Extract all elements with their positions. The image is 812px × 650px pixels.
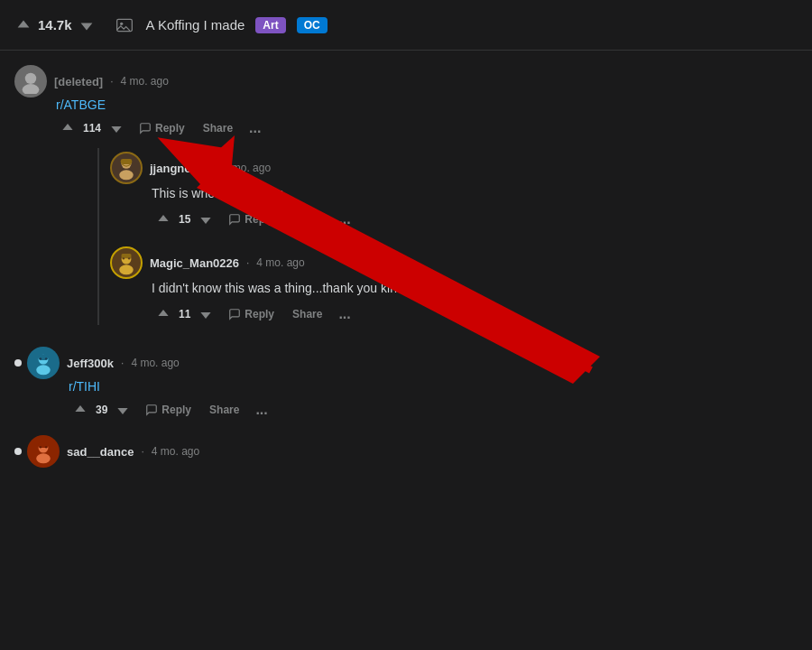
reply-1-reply-btn[interactable]: Reply — [221, 209, 281, 229]
avatar-deleted — [14, 65, 47, 98]
comment-3-header: sad__dance · 4 mo. ago — [27, 435, 798, 468]
reply-1-more-btn[interactable]: ... — [333, 209, 355, 230]
header-bar: 14.7k A Koffing I made Art OC — [0, 0, 812, 51]
avatar-jeff — [27, 347, 60, 379]
comment-2-timestamp: 4 mo. ago — [131, 357, 179, 369]
nested-comment-1: jjangnoah · 4 mo. ago This is where it b… — [110, 148, 798, 230]
username-sad-dance[interactable]: sad__dance — [67, 445, 134, 459]
comment-3-timestamp: 4 mo. ago — [152, 445, 199, 458]
svg-point-19 — [36, 453, 51, 463]
reply-2-share-btn[interactable]: Share — [285, 304, 329, 324]
comment-block-2: Jeff300k · 4 mo. ago r/TIHI 39 — [14, 347, 798, 421]
comment-1-vote-count: 114 — [83, 122, 101, 135]
comment-2-downvote[interactable] — [111, 400, 134, 420]
comment-2-share-btn[interactable]: Share — [202, 400, 246, 420]
comment-2-more-btn[interactable]: ... — [250, 399, 272, 421]
reply-1-timestamp: 4 mo. ago — [223, 162, 271, 174]
svg-point-3 — [23, 84, 40, 94]
username-deleted[interactable]: [deleted] — [54, 75, 103, 88]
reply-2-header: Magic_Man0226 · 4 mo. ago — [110, 246, 798, 279]
comment-1-share-btn[interactable]: Share — [196, 118, 240, 138]
svg-point-6 — [119, 170, 134, 180]
reply-1-actions: 15 Reply Share ... — [152, 209, 798, 230]
svg-point-9 — [119, 265, 134, 274]
comment-1-header: [deleted] · 4 mo. ago — [14, 65, 798, 98]
svg-point-16 — [45, 358, 47, 359]
header-vote-section: 14.7k — [14, 16, 96, 34]
comment-1-body: r/ATBGE 114 Reply Share ... — [56, 98, 798, 325]
username-magic-man[interactable]: Magic_Man0226 — [150, 256, 239, 270]
avatar-jjangnoah — [110, 152, 143, 184]
comment-block-3: sad__dance · 4 mo. ago — [14, 435, 798, 468]
tag-art[interactable]: Art — [255, 17, 285, 33]
tag-oc[interactable]: OC — [297, 17, 328, 33]
svg-point-15 — [40, 358, 42, 359]
reply-2-actions: 11 Reply Share ... — [152, 303, 798, 325]
reply-2-text: I didn't know this was a thing...thank y… — [152, 279, 798, 298]
nested-comment-2: Magic_Man0226 · 4 mo. ago I didn't know … — [110, 243, 798, 325]
svg-point-10 — [123, 257, 125, 259]
comment-2-actions: 39 Reply Share ... — [69, 399, 798, 421]
comment-2-body: r/TIHI 39 Reply — [69, 379, 798, 421]
reply-2-timestamp: 4 mo. ago — [256, 256, 304, 269]
svg-rect-0 — [116, 19, 132, 31]
bullet-indicator-2 — [14, 359, 22, 367]
reply-1-downvote[interactable] — [194, 209, 217, 229]
comment-1-actions: 114 Reply Share ... — [56, 117, 798, 139]
comment-1-more-btn[interactable]: ... — [244, 117, 266, 139]
nested-comments-1: jjangnoah · 4 mo. ago This is where it b… — [97, 148, 798, 325]
comment-2-upvote[interactable] — [69, 400, 92, 420]
reply-2-upvote[interactable] — [152, 304, 175, 324]
username-jjangnoah[interactable]: jjangnoah — [150, 162, 205, 175]
avatar-magic-man — [110, 246, 143, 279]
avatar-sad-dance — [27, 435, 60, 468]
reply-2-vote-count: 11 — [179, 308, 190, 320]
svg-point-20 — [40, 446, 42, 448]
reply-1-text: This is where it belongs — [152, 184, 798, 203]
reply-2-downvote[interactable] — [194, 304, 217, 324]
svg-point-11 — [128, 257, 130, 259]
comment-2-header: Jeff300k · 4 mo. ago — [27, 347, 798, 379]
header-upvote-button[interactable] — [14, 16, 32, 34]
svg-point-14 — [36, 365, 51, 375]
comment-block-1: [deleted] · 4 mo. ago r/ATBGE 114 Reply … — [14, 65, 798, 325]
header-vote-count: 14.7k — [38, 17, 72, 32]
reply-1-vote-count: 15 — [179, 213, 190, 226]
link-tihi[interactable]: r/TIHI — [69, 379, 100, 394]
reply-1-upvote[interactable] — [152, 209, 175, 229]
reply-1-header: jjangnoah · 4 mo. ago — [110, 152, 798, 184]
bullet-indicator-3 — [14, 448, 22, 455]
svg-point-21 — [45, 446, 47, 448]
reply-1-share-btn[interactable]: Share — [285, 209, 329, 229]
reply-2-more-btn[interactable]: ... — [333, 303, 355, 325]
svg-point-2 — [25, 73, 36, 84]
svg-rect-5 — [121, 159, 132, 164]
header-downvote-button[interactable] — [78, 16, 96, 34]
username-jeff[interactable]: Jeff300k — [67, 357, 114, 370]
comment-1-upvote[interactable] — [56, 118, 79, 138]
comment-2-reply-btn[interactable]: Reply — [138, 400, 198, 420]
comment-1-reply-btn[interactable]: Reply — [132, 118, 192, 138]
post-title: A Koffing I made — [146, 17, 245, 32]
comment-2-vote-count: 39 — [96, 404, 107, 416]
svg-point-1 — [120, 22, 123, 24]
comment-1-downvote[interactable] — [105, 118, 128, 138]
content-area: [deleted] · 4 mo. ago r/ATBGE 114 Reply … — [0, 51, 812, 650]
link-atbge[interactable]: r/ATBGE — [56, 98, 106, 112]
reply-2-reply-btn[interactable]: Reply — [221, 304, 281, 324]
post-image-icon — [114, 14, 135, 36]
timestamp-1: 4 mo. ago — [121, 75, 169, 88]
